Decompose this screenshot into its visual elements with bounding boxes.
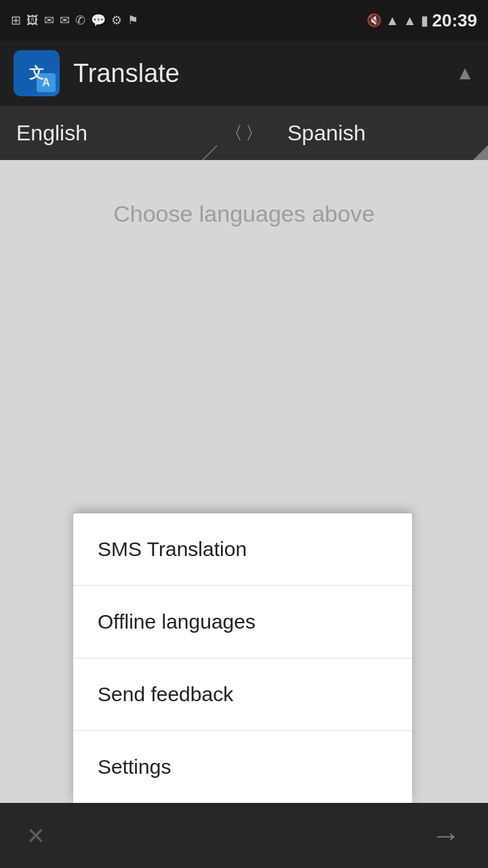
menu-item-sms-translation[interactable]: SMS Translation xyxy=(73,513,412,586)
dropdown-menu: SMS Translation Offline languages Send f… xyxy=(73,513,412,803)
menu-item-settings[interactable]: Settings xyxy=(73,731,412,803)
menu-item-offline-languages[interactable]: Offline languages xyxy=(73,586,412,658)
menu-item-send-feedback[interactable]: Send feedback xyxy=(73,658,412,731)
